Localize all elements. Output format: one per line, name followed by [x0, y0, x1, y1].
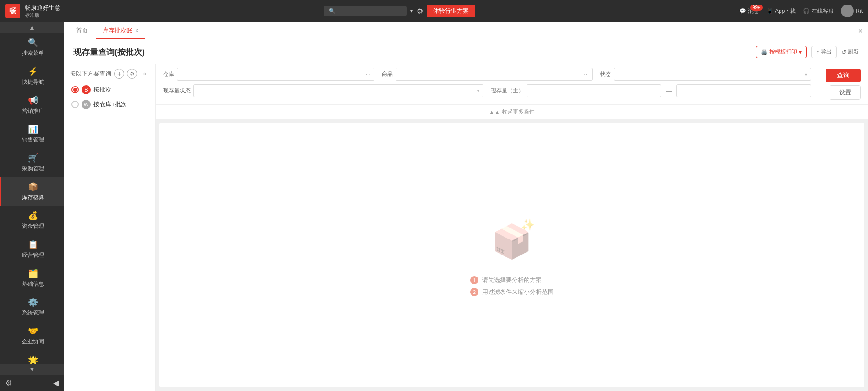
inventory-qty-from[interactable]: [527, 84, 661, 97]
sidebar-item-label: 采购管理: [22, 165, 44, 173]
topbar-dropdown[interactable]: ▾: [410, 8, 413, 14]
sidebar-scroll-up[interactable]: ▲: [0, 22, 64, 33]
messages-item[interactable]: 💬 消息 99+: [739, 7, 759, 15]
sidebar-item-basic[interactable]: 🗂️ 基础信息: [0, 264, 64, 293]
marketing-icon: 📢: [28, 95, 38, 105]
refresh-label: 刷新: [848, 48, 859, 56]
radio-batch-active: [71, 86, 79, 93]
export-label: 导出: [821, 48, 832, 56]
operations-icon: 📋: [28, 239, 38, 250]
tabbar: 首页 库存批次账 × ×: [64, 22, 868, 40]
app-title: 畅康通好生意: [25, 4, 60, 12]
sidebar: ▲ 🔍 搜索菜单 ⚡ 快捷导航 📢 营销推广 📊 销售管理 🛒 采购管理: [0, 22, 64, 391]
topbar-right: 💬 消息 99+ 📱 App下载 🎧 在线客服 Rit: [739, 5, 863, 17]
sidebar-item-sales[interactable]: 📊 销售管理: [0, 119, 64, 148]
sidebar-item-system[interactable]: ⚙️ 系统管理: [0, 293, 64, 321]
page-header: 现存量查询(按批次) 🖨️ 按模板打印 ▾ ↑ 导出 ↺ 刷新: [64, 40, 868, 64]
product-input[interactable]: ···: [396, 68, 593, 81]
app-download-item[interactable]: 📱 App下载: [766, 7, 796, 15]
empty-state: 📦 ✨ 1 请先选择要分析的方案 2 用过滤条件来缩小分析范围: [159, 123, 864, 387]
sidebar-item-newbie[interactable]: 🌟 新手引导: [0, 350, 64, 364]
sidebar-item-finance[interactable]: 💰 资金管理: [0, 206, 64, 235]
trial-button[interactable]: 体验行业方案: [427, 5, 475, 17]
query-button[interactable]: 查询: [826, 69, 861, 82]
sidebar-scroll-down[interactable]: ▼: [0, 364, 64, 375]
search-btn-col: 查询 设置: [819, 64, 868, 104]
sidebar-item-inventory[interactable]: 📦 库存核算: [0, 177, 64, 206]
inventory-qty-field: 现存量（主） —: [491, 84, 811, 97]
refresh-button[interactable]: ↺ 刷新: [841, 48, 859, 56]
inventory-qty-to[interactable]: [676, 84, 811, 97]
sales-icon: 📊: [28, 124, 38, 134]
radio-warehouse-batch: [71, 101, 79, 108]
empty-sparkle-icon: ✨: [521, 218, 535, 231]
collapse-sidebar-icon[interactable]: ◀: [53, 379, 59, 387]
page-close-button[interactable]: ×: [858, 27, 863, 35]
left-panel-title: 按以下方案查询: [70, 70, 111, 78]
status-dropdown-icon[interactable]: ▾: [805, 72, 807, 77]
sidebar-scroll: 🔍 搜索菜单 ⚡ 快捷导航 📢 营销推广 📊 销售管理 🛒 采购管理 📦: [0, 33, 64, 364]
topbar-left: 畅 畅康通好生意 标准版: [5, 4, 60, 19]
filter-option-by-batch[interactable]: B 按批次: [64, 82, 155, 97]
settings-bottom-icon[interactable]: ⚙: [5, 379, 12, 387]
user-avatar-item[interactable]: Rit: [841, 5, 863, 17]
sidebar-item-label: 营销推广: [22, 107, 44, 115]
tab-close-icon[interactable]: ×: [135, 27, 138, 34]
sidebar-bottom: ⚙ ◀: [0, 375, 64, 391]
tab-home-label: 首页: [76, 27, 88, 35]
newbie-icon: 🌟: [28, 355, 38, 364]
search-nav-icon: 🔍: [28, 38, 38, 48]
product-more-icon[interactable]: ···: [584, 71, 588, 77]
tip-1-num: 1: [470, 276, 478, 284]
empty-tip-2: 2 用过滤条件来缩小分析范围: [470, 288, 554, 296]
inventory-status-input[interactable]: ▾: [193, 84, 483, 97]
sidebar-item-marketing[interactable]: 📢 营销推广: [0, 91, 64, 119]
warehouse-input[interactable]: ···: [177, 68, 374, 81]
tab-inventory-batch[interactable]: 库存批次账 ×: [96, 23, 145, 39]
sidebar-item-enterprise[interactable]: 🤝 企业协同: [0, 321, 64, 350]
tab-inventory-batch-label: 库存批次账: [103, 27, 132, 35]
export-button[interactable]: ↑ 导出: [811, 46, 837, 58]
topbar-search-bar[interactable]: 🔍: [324, 6, 407, 16]
print-label: 按模板打印: [769, 48, 797, 56]
topbar-gear-icon[interactable]: ⚙: [417, 7, 423, 16]
search-top-row: 仓库 ··· 商品: [156, 64, 868, 105]
warehouse-more-icon[interactable]: ···: [366, 71, 370, 77]
status-input[interactable]: ▾: [614, 68, 811, 81]
inventory-status-dropdown-icon[interactable]: ▾: [477, 88, 479, 93]
warehouse-icon: W: [82, 100, 91, 109]
filter-option-by-warehouse-batch[interactable]: W 按仓库+批次: [64, 97, 155, 112]
export-icon: ↑: [816, 49, 819, 55]
settings-button[interactable]: 设置: [830, 85, 861, 100]
empty-tips: 1 请先选择要分析的方案 2 用过滤条件来缩小分析范围: [470, 276, 554, 296]
main-layout: ▲ 🔍 搜索菜单 ⚡ 快捷导航 📢 营销推广 📊 销售管理 🛒 采购管理: [0, 22, 868, 391]
print-icon: 🖨️: [761, 49, 768, 55]
sidebar-item-label: 销售管理: [22, 136, 44, 144]
print-dropdown-icon[interactable]: ▾: [799, 49, 802, 55]
print-button[interactable]: 🖨️ 按模板打印 ▾: [756, 46, 807, 58]
collapse-panel-button[interactable]: «: [140, 69, 150, 79]
collapse-more-button[interactable]: ▲▲ 收起更多条件: [156, 105, 868, 119]
sidebar-item-search[interactable]: 🔍 搜索菜单: [0, 33, 64, 62]
sidebar-item-shortcut[interactable]: ⚡ 快捷导航: [0, 62, 64, 91]
app-subtitle: 标准版: [25, 12, 60, 19]
sidebar-item-operations[interactable]: 📋 经营管理: [0, 235, 64, 264]
system-icon: ⚙️: [28, 297, 38, 307]
empty-illustration: 📦 ✨: [484, 214, 539, 269]
online-service-label: 在线客服: [812, 7, 834, 15]
content-area: 首页 库存批次账 × × 现存量查询(按批次) 🖨️ 按模板打印 ▾ ↑ 导出: [64, 22, 868, 391]
tab-home[interactable]: 首页: [70, 23, 94, 39]
filter-settings-button[interactable]: ⚙: [127, 69, 137, 79]
online-service-item[interactable]: 🎧 在线客服: [803, 7, 834, 15]
purchase-icon: 🛒: [28, 153, 38, 163]
shortcut-icon: ⚡: [28, 66, 38, 76]
search-panel: 仓库 ··· 商品: [156, 64, 868, 119]
add-filter-button[interactable]: +: [114, 69, 124, 79]
sidebar-item-label: 资金管理: [22, 223, 44, 230]
inventory-status-label: 现存量状态: [163, 87, 191, 95]
sidebar-item-purchase[interactable]: 🛒 采购管理: [0, 148, 64, 177]
status-field: 状态 ▾: [600, 68, 811, 81]
tip-1-text: 请先选择要分析的方案: [482, 276, 542, 284]
search-icon: 🔍: [329, 8, 335, 14]
sidebar-item-label: 企业协同: [22, 338, 44, 346]
